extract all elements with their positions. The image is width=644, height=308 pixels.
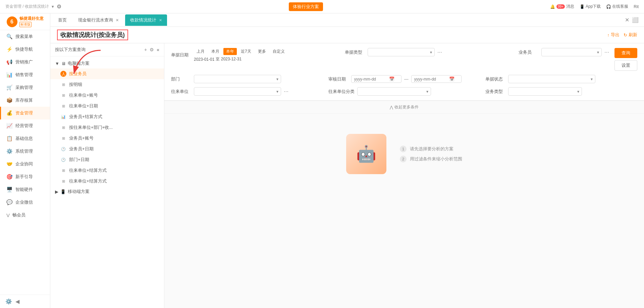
settings-btn[interactable]: 设置 [614, 60, 637, 71]
tab-close-receipt-stats[interactable]: ✕ [159, 18, 162, 22]
date-tab-this-month[interactable]: 本月 [209, 48, 222, 55]
doc-type-select[interactable] [368, 48, 435, 56]
empty-illustration: 🤖 [346, 134, 386, 174]
desktop-schemes-label: 电脑端方案 [68, 60, 90, 66]
sidebar-item-basic-info[interactable]: 📋 基础信息 [0, 132, 50, 145]
refresh-btn[interactable]: ↻ 刷新 [624, 32, 637, 38]
audit-date-filter: 审核日期 📅 — 📅 [328, 75, 480, 83]
doc-type-select-wrapper [368, 48, 435, 56]
scheme-item-unit-dept-receipt[interactable]: ⊞ 按往来单位+部门+收... [50, 122, 164, 133]
guide-icon: 🎯 [6, 174, 13, 180]
query-btn[interactable]: 查询 [614, 48, 637, 58]
salesperson-more-btn[interactable]: ⋯ [604, 50, 609, 55]
sidebar-item-search-menu[interactable]: 🔍 搜索菜单 [0, 30, 50, 43]
dropdown-icon[interactable]: ▾ [52, 4, 54, 9]
date-tab-7days[interactable]: 近7天 [238, 48, 254, 55]
audit-date-to[interactable] [414, 77, 448, 82]
counterpart-category-filter: 往来单位分类 [328, 87, 480, 96]
scheme-item-salesperson-settlement[interactable]: 📊 业务员+结算方式 [50, 111, 164, 122]
scheme-item-label: 按明细 [69, 82, 82, 88]
scheme-item-label: 业务员+结算方式 [69, 114, 102, 120]
export-btn[interactable]: ↑ 导出 [607, 32, 620, 38]
empty-state: 🤖 1 请先选择要分析的方案 2 用过滤条件来缩小分析范围 [164, 114, 644, 194]
date-tab-this-year[interactable]: 本年 [223, 48, 237, 55]
collab-icon: 🤝 [6, 161, 13, 167]
page-header-actions: ↑ 导出 ↻ 刷新 [607, 32, 638, 38]
counterpart-dots-btn[interactable]: ⋯ [284, 89, 288, 94]
notification-badge: 99+ [556, 4, 565, 9]
date-tab-last-month[interactable]: 上月 [194, 48, 207, 55]
biz-type-select[interactable] [508, 87, 582, 96]
tab-home[interactable]: 首页 [53, 14, 72, 26]
collapse-bar[interactable]: ⋀ 收起更多条件 [164, 101, 644, 114]
collapse-icon-up: ⋀ [390, 105, 393, 110]
sidebar-item-finance[interactable]: 💰 资金管理 [0, 107, 50, 119]
mobile-schemes-group[interactable]: ▶ 📱 移动端方案 [50, 187, 164, 197]
date-tab-more[interactable]: 更多 [255, 48, 269, 55]
sidebar-item-operations[interactable]: 📈 经营管理 [0, 119, 50, 132]
notification-area[interactable]: 🔔 99+ 消息 [550, 4, 574, 9]
date-tab-custom[interactable]: 自定义 [270, 48, 287, 55]
audit-date-from-wrapper: 📅 [351, 75, 401, 83]
maximize-window-btn[interactable]: ⬜ [632, 17, 639, 23]
calendar-icon-from[interactable]: 📅 [389, 76, 394, 82]
calendar-icon-to[interactable]: 📅 [449, 76, 454, 82]
scheme-item-by-salesperson[interactable]: 人 按业务员 [50, 68, 164, 79]
sidebar-item-inventory[interactable]: 📦 库存核算 [0, 94, 50, 107]
scheme-item-label: 往来单位+结算方式 [69, 167, 107, 173]
scheme-item-unit-settlement2[interactable]: ⊞ 往来单位+结算方式 [50, 176, 164, 187]
tab-bank-flow[interactable]: 现金银行流水查询 ✕ [73, 14, 124, 26]
tab-bar: 首页 现金银行流水查询 ✕ 收款情况统计 ✕ ✕ ⬜ [50, 13, 644, 27]
headset-icon: 🎧 [606, 4, 611, 9]
scheme-item-unit-settlement1[interactable]: ⊞ 往来单位+结算方式 [50, 165, 164, 176]
sidebar-item-quick-nav[interactable]: ⚡ 快捷导航 [0, 43, 50, 56]
app-download[interactable]: 📱 App下载 [580, 4, 601, 9]
settings-icon[interactable]: ⚙ [57, 3, 61, 10]
doc-type-more-btn[interactable]: ⋯ [437, 50, 442, 55]
logo-icon: 6 [7, 16, 17, 27]
sidebar-item-sales[interactable]: 📊 销售管理 [0, 68, 50, 81]
counterpart-select[interactable] [194, 87, 281, 96]
counterpart-cat-select[interactable] [357, 87, 431, 96]
mobile-icon: 📱 [60, 189, 66, 194]
counterpart-cat-label: 往来单位分类 [328, 89, 355, 95]
sidebar-item-guide[interactable]: 🎯 新手引导 [0, 170, 50, 183]
robot-icon: 🤖 [356, 145, 376, 163]
sidebar-item-purchase[interactable]: 🛒 采购管理 [0, 81, 50, 94]
desktop-schemes-group[interactable]: ▼ 🖥 电脑端方案 [50, 58, 164, 68]
us1-icon: ⊞ [60, 167, 66, 173]
scheme-item-salesperson-date[interactable]: 🕐 业务员+日期 [50, 144, 164, 154]
trial-btn[interactable]: 体验行业方案 [289, 2, 323, 11]
scheme-item-salesperson-account[interactable]: ⊞ 业务员+账号 [50, 133, 164, 144]
doc-status-select[interactable] [508, 75, 595, 83]
counterpart-wrapper [194, 87, 281, 96]
scheme-item-dept-date[interactable]: 🕐 部门+日期 [50, 154, 164, 165]
filter-row-3: 往来单位 ⋯ 往来单位分类 [171, 87, 637, 96]
add-scheme-btn[interactable]: + [144, 47, 147, 52]
user-name[interactable]: Rit [634, 4, 639, 9]
settings-bottom-icon[interactable]: ⚙️ [5, 298, 12, 305]
sidebar-item-marketing[interactable]: 📢 营销推广 [0, 56, 50, 68]
filter-section: 单据日期 上月 本月 本年 近7天 更多 自定义 [164, 43, 644, 101]
scheme-item-label: 往来单位+结算方式 [69, 178, 107, 184]
scheme-item-unit-account[interactable]: ⊞ 往来单位+账号 [50, 90, 164, 101]
audit-date-from[interactable] [354, 77, 388, 82]
sidebar-item-system[interactable]: ⚙️ 系统管理 [0, 145, 50, 158]
scheme-item-unit-date[interactable]: ⊞ 往来单位+日期 [50, 101, 164, 111]
collapse-panel-btn[interactable]: « [157, 47, 159, 52]
sidebar-item-corp-collab[interactable]: 🤝 企业协同 [0, 158, 50, 170]
tab-receipt-stats[interactable]: 收款情况统计 ✕ [125, 14, 167, 26]
scheme-section: ▼ 🖥 电脑端方案 人 按业务员 ⊞ 按明细 ⊞ [50, 56, 164, 199]
dept-select[interactable] [194, 75, 281, 83]
scheme-settings-btn[interactable]: ⚙ [150, 47, 154, 52]
scheme-item-by-detail[interactable]: ⊞ 按明细 [50, 79, 164, 90]
tab-close-bank-flow[interactable]: ✕ [116, 18, 119, 22]
sidebar-item-smart-hw[interactable]: 🖥️ 智能硬件 [0, 183, 50, 196]
collapse-icon[interactable]: ◀ [15, 298, 19, 305]
online-service[interactable]: 🎧 在线客服 [606, 4, 628, 9]
close-window-btn[interactable]: ✕ [625, 17, 629, 23]
empty-step-1: 1 请先选择要分析的方案 [400, 146, 462, 152]
sidebar-item-member[interactable]: V 畅会员 [0, 209, 50, 221]
sidebar-item-corp-wechat[interactable]: 💬 企业微信 [0, 196, 50, 209]
salesperson-select[interactable] [541, 48, 602, 56]
